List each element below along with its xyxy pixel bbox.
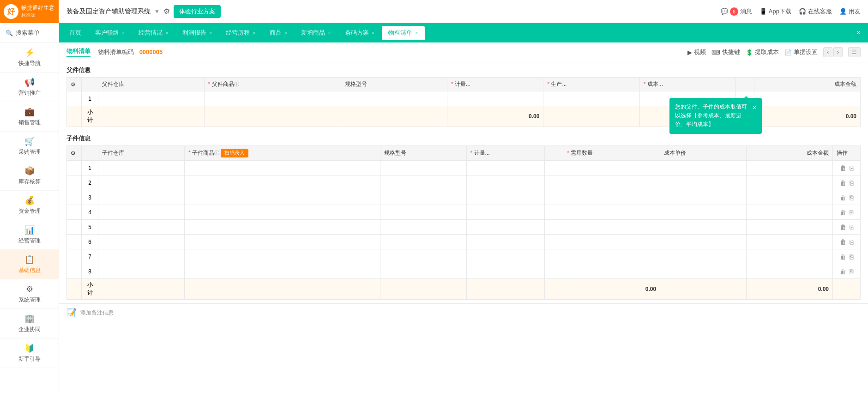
child-cell-unit-4[interactable] [466, 205, 545, 220]
sidebar-item-quick-nav[interactable]: ⚡ 快捷导航 [0, 43, 59, 73]
copy-row-6-button[interactable]: ⎘ [849, 237, 854, 247]
sidebar-item-purchase[interactable]: 🛒 采购管理 [0, 132, 59, 161]
copy-row-4-button[interactable]: ⎘ [849, 208, 854, 217]
delete-row-5-button[interactable]: 🗑 [839, 223, 847, 232]
tab-history-close[interactable]: × [253, 30, 255, 36]
child-cell-unit-3[interactable] [466, 190, 545, 205]
delete-row-7-button[interactable]: 🗑 [839, 252, 847, 261]
sidebar-item-sales[interactable]: 💼 销售管理 [0, 102, 59, 132]
child-cell-spec-7[interactable] [380, 249, 466, 264]
message-item[interactable]: 💬 6 消息 [721, 7, 752, 16]
settings-icon[interactable]: ⚙ [163, 7, 170, 16]
child-cell-product-3[interactable] [184, 190, 380, 205]
experience-button[interactable]: 体验行业方案 [174, 5, 221, 18]
system-dropdown-icon[interactable]: ▼ [154, 8, 160, 15]
tab-products-close[interactable]: × [284, 30, 287, 36]
tab-customers[interactable]: 客户联络 × [89, 26, 131, 40]
tab-barcode-close[interactable]: × [372, 30, 374, 36]
delete-row-1-button[interactable]: 🗑 [839, 163, 847, 173]
add-notes-label[interactable]: 添加备注信息 [80, 309, 114, 317]
child-cell-qty-8[interactable] [563, 264, 660, 279]
parent-cell-warehouse-1[interactable] [98, 91, 205, 106]
tab-profit-close[interactable]: × [209, 30, 212, 36]
child-cell-unit-7[interactable] [466, 249, 545, 264]
parent-cell-unit-1[interactable] [447, 91, 543, 106]
parent-cell-product-1[interactable] [204, 91, 341, 106]
next-arrow-button[interactable]: › [833, 47, 843, 57]
child-cell-spec-6[interactable] [380, 235, 466, 249]
tab-new-products-close[interactable]: × [328, 30, 331, 36]
child-cell-unit-8[interactable] [466, 264, 545, 279]
sidebar-item-finance[interactable]: 💰 资金管理 [0, 191, 59, 220]
sidebar-item-operations[interactable]: 📊 经营管理 [0, 220, 59, 250]
notes-icon[interactable]: 📝 [66, 308, 77, 318]
parent-cell-proddate-1[interactable] [543, 91, 639, 106]
cost-item[interactable]: 💲 提取成本 [746, 48, 779, 56]
child-cell-warehouse-3[interactable] [98, 190, 185, 205]
tab-barcode[interactable]: 条码方案 × [338, 26, 381, 40]
online-service-item[interactable]: 🎧 在线客服 [799, 7, 832, 16]
view-video-item[interactable]: ▶ 视频 [687, 48, 706, 56]
child-cell-spec-1[interactable] [380, 161, 466, 175]
child-cell-warehouse-1[interactable] [98, 161, 185, 175]
child-cell-unit-cost-3[interactable] [660, 190, 747, 205]
tab-new-products[interactable]: 新增商品 × [295, 26, 337, 40]
child-cell-product-4[interactable] [184, 205, 380, 220]
sidebar-item-basic-info[interactable]: 📋 基础信息 [0, 250, 59, 279]
user-item[interactable]: 👤 用友 [839, 7, 861, 16]
child-cell-qty-5[interactable] [563, 220, 660, 235]
copy-row-3-button[interactable]: ⎘ [849, 193, 854, 202]
child-cell-qty-4[interactable] [563, 205, 660, 220]
child-cell-warehouse-2[interactable] [98, 175, 185, 190]
list-view-button[interactable]: ☰ [848, 47, 861, 57]
delete-row-3-button[interactable]: 🗑 [839, 193, 847, 202]
child-cell-warehouse-5[interactable] [98, 220, 185, 235]
child-cell-qty-7[interactable] [563, 249, 660, 264]
child-cell-unit-1[interactable] [466, 161, 545, 175]
child-cell-unit-cost-2[interactable] [660, 175, 747, 190]
child-cell-unit-cost-5[interactable] [660, 220, 747, 235]
child-cell-warehouse-4[interactable] [98, 205, 185, 220]
tab-history[interactable]: 经营历程 × [219, 26, 262, 40]
child-cell-warehouse-6[interactable] [98, 235, 185, 249]
child-cell-qty-1[interactable] [563, 161, 660, 175]
child-cell-unit-cost-6[interactable] [660, 235, 747, 249]
child-cell-spec-2[interactable] [380, 175, 466, 190]
child-th-settings[interactable]: ⚙ [67, 146, 82, 161]
child-cell-spec-3[interactable] [380, 190, 466, 205]
shortcut-item[interactable]: ⌨ 快捷键 [711, 48, 740, 56]
child-cell-product-1[interactable] [184, 161, 380, 175]
delete-row-6-button[interactable]: 🗑 [839, 237, 847, 247]
copy-row-2-button[interactable]: ⎘ [849, 178, 854, 187]
child-cell-qty-3[interactable] [563, 190, 660, 205]
child-cell-unit-5[interactable] [466, 220, 545, 235]
copy-row-8-button[interactable]: ⎘ [849, 267, 854, 276]
child-cell-unit-6[interactable] [466, 235, 545, 249]
sidebar-item-system[interactable]: ⚙ 系统管理 [0, 279, 59, 309]
child-cell-product-7[interactable] [184, 249, 380, 264]
prev-arrow-button[interactable]: ‹ [823, 47, 832, 57]
child-cell-qty-2[interactable] [563, 175, 660, 190]
copy-row-1-button[interactable]: ⎘ [849, 163, 854, 173]
child-cell-qty-6[interactable] [563, 235, 660, 249]
tab-operations-situation[interactable]: 经营情况 × [132, 26, 175, 40]
child-cell-spec-5[interactable] [380, 220, 466, 235]
copy-row-7-button[interactable]: ⎘ [849, 252, 854, 261]
child-cell-product-5[interactable] [184, 220, 380, 235]
sidebar-item-enterprise[interactable]: 🏢 企业协同 [0, 309, 59, 339]
child-cell-unit-cost-1[interactable] [660, 161, 747, 175]
parent-cell-spec-1[interactable] [341, 91, 447, 106]
tooltip-close-button[interactable]: × [753, 103, 756, 113]
tab-bom[interactable]: 物料清单 × [382, 26, 424, 40]
child-cell-warehouse-8[interactable] [98, 264, 185, 279]
tab-bom-close[interactable]: × [415, 30, 418, 36]
tab-home[interactable]: 首页 [63, 26, 88, 40]
tab-products[interactable]: 商品 × [263, 26, 294, 40]
tab-bar-close-button[interactable]: × [853, 27, 864, 39]
delete-row-8-button[interactable]: 🗑 [839, 267, 847, 276]
child-cell-product-2[interactable] [184, 175, 380, 190]
scan-button[interactable]: 扫码录入 [221, 149, 248, 157]
search-menu-button[interactable]: 🔍 搜索菜单 [4, 27, 55, 39]
child-cell-unit-2[interactable] [466, 175, 545, 190]
child-cell-warehouse-7[interactable] [98, 249, 185, 264]
